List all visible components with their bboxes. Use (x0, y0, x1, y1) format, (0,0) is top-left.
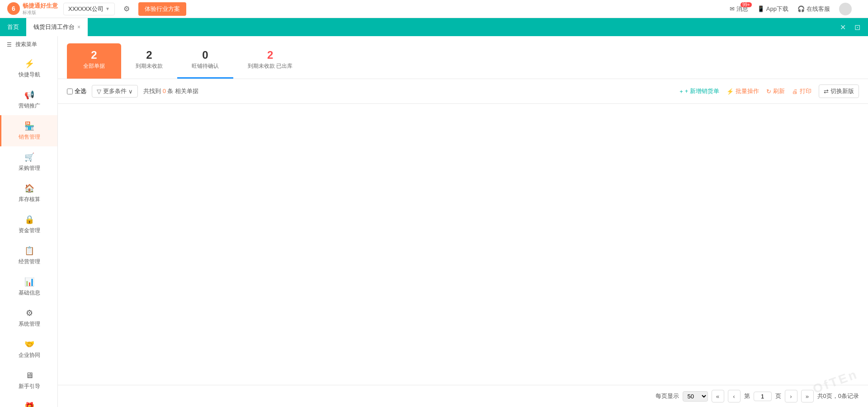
trial-button[interactable]: 体验行业方案 (138, 2, 186, 16)
header-left: 6 畅捷通好生意 标准版 XXXXXX公司 ▼ ⚙ 体验行业方案 (7, 2, 186, 16)
sidebar-item-app-center[interactable]: 🎁 应用中心 (0, 396, 57, 407)
tab-active[interactable]: 钱货日清工作台 × (26, 18, 88, 36)
last-page-button[interactable]: » (801, 390, 814, 402)
stat-card-all[interactable]: 2 全部单据 (67, 43, 121, 79)
settings-button[interactable]: ⚙ (120, 3, 133, 15)
system-icon: ⚙ (24, 308, 35, 318)
gear-icon: ⚙ (123, 5, 130, 13)
online-service-button[interactable]: 🎧 在线客服 (797, 5, 830, 13)
header-right: ✉ 消息 99+ 📱 App下载 🎧 在线客服 (730, 3, 861, 15)
avatar-image (839, 3, 852, 15)
checkbox-input[interactable] (67, 89, 73, 94)
chevron-down-icon: ▼ (105, 6, 110, 11)
app-center-icon: 🎁 (24, 401, 35, 407)
cooperation-icon: 🤝 (24, 339, 35, 350)
stats-cards: 2 全部单据 2 到期未收款 0 旺铺待确认 2 到期未收款 已出库 (67, 43, 859, 79)
table-area (58, 104, 868, 385)
prev-page-button[interactable]: ‹ (728, 390, 741, 402)
top-header: 6 畅捷通好生意 标准版 XXXXXX公司 ▼ ⚙ 体验行业方案 ✉ 消息 99… (0, 0, 868, 18)
content-area: 2 全部单据 2 到期未收款 0 旺铺待确认 2 到期未收款 已出库 (58, 36, 868, 407)
next-page-button[interactable]: › (785, 390, 797, 402)
company-selector[interactable]: XXXXXX公司 ▼ (63, 3, 115, 15)
sidebar-item-marketing[interactable]: 📢 营销推广 (0, 84, 57, 115)
inventory-icon: 🏠 (24, 183, 35, 194)
add-sales-order-button[interactable]: + + 新增销货单 (679, 87, 719, 95)
sidebar-item-inventory[interactable]: 🏠 库存核算 (0, 178, 57, 209)
download-icon: 📱 (757, 5, 764, 12)
plus-icon: + (679, 88, 683, 95)
stat-card-overdue[interactable]: 2 到期未收款 (121, 43, 177, 79)
page-number-input[interactable] (754, 392, 772, 401)
sidebar-search[interactable]: ☰ 搜索菜单 (0, 36, 57, 53)
message-icon: ✉ (730, 5, 735, 12)
tab-home[interactable]: 首页 (0, 18, 26, 36)
refresh-button[interactable]: ↻ 刷新 (766, 87, 785, 95)
chevron-down-icon: ∨ (128, 88, 133, 95)
sidebar-item-quick-nav[interactable]: ⚡ 快捷导航 (0, 53, 57, 84)
batch-operation-button[interactable]: ⚡ 批量操作 (726, 87, 759, 95)
logo-icon: 6 (7, 2, 20, 15)
filter-button[interactable]: ▽ 更多条件 ∨ (92, 85, 138, 98)
stat-card-pending[interactable]: 0 旺铺待确认 (177, 43, 233, 79)
toolbar-info: 共找到 0 条 相关单据 (143, 87, 198, 95)
stats-section: 2 全部单据 2 到期未收款 0 旺铺待确认 2 到期未收款 已出库 (58, 36, 868, 79)
sidebar-item-guide[interactable]: 🖥 新手引导 (0, 365, 57, 396)
basic-info-icon: 📊 (24, 276, 35, 287)
logo-area: 6 畅捷通好生意 标准版 (7, 2, 58, 16)
tab-bar-actions: ✕ ⊡ (837, 22, 868, 33)
search-icon: ☰ (7, 42, 12, 48)
tab-bar: 首页 钱货日清工作台 × ✕ ⊡ (0, 18, 868, 36)
print-button[interactable]: 🖨 打印 (792, 87, 811, 95)
stat-card-overdue-out[interactable]: 2 到期未收款 已出库 (233, 43, 307, 79)
quick-nav-icon: ⚡ (24, 58, 35, 69)
service-icon: 🎧 (797, 5, 805, 12)
capital-icon: 🔒 (24, 214, 35, 225)
sidebar-item-basic-info[interactable]: 📊 基础信息 (0, 271, 57, 302)
sidebar-item-cooperation[interactable]: 🤝 企业协同 (0, 333, 57, 365)
filter-icon: ▽ (97, 88, 101, 95)
app-download-button[interactable]: 📱 App下载 (757, 5, 788, 13)
switch-version-button[interactable]: ⇄ 切换新版 (819, 84, 859, 98)
toolbar: 全选 ▽ 更多条件 ∨ 共找到 0 条 相关单据 + + 新增销货单 ⚡ (58, 79, 868, 104)
sidebar-item-capital[interactable]: 🔒 资金管理 (0, 209, 57, 240)
tab-minimize-button[interactable]: ✕ (837, 22, 848, 33)
toolbar-right: + + 新增销货单 ⚡ 批量操作 ↻ 刷新 🖨 打印 ⇄ 切换新版 (679, 84, 859, 98)
first-page-button[interactable]: « (712, 390, 724, 402)
marketing-icon: 📢 (24, 89, 35, 100)
operation-icon: 📋 (24, 245, 35, 256)
sidebar-item-operation[interactable]: 📋 经营管理 (0, 240, 57, 271)
purchase-icon: 🛒 (24, 152, 35, 163)
batch-icon: ⚡ (726, 88, 734, 95)
sidebar: ☰ 搜索菜单 ⚡ 快捷导航 📢 营销推广 🏪 销售管理 🛒 采购管理 🏠 库存核… (0, 36, 58, 407)
print-icon: 🖨 (792, 88, 798, 95)
logo-text: 畅捷通好生意 标准版 (23, 2, 58, 16)
refresh-icon: ↻ (766, 88, 771, 95)
pagination-bar: 每页显示 50 10 20 100 « ‹ 第 页 › » 共0页，0条记录 (58, 385, 868, 407)
guide-icon: 🖥 (24, 370, 35, 381)
total-info: 共0页，0条记录 (817, 392, 859, 400)
page-size-select[interactable]: 50 10 20 100 (683, 391, 708, 402)
sidebar-item-system[interactable]: ⚙ 系统管理 (0, 302, 57, 333)
sidebar-item-sales[interactable]: 🏪 销售管理 (0, 115, 57, 146)
select-all-checkbox[interactable]: 全选 (67, 87, 86, 95)
tab-close-icon[interactable]: × (77, 24, 80, 30)
messages-button[interactable]: ✉ 消息 99+ (730, 5, 748, 13)
switch-icon: ⇄ (824, 88, 829, 95)
sidebar-item-purchase[interactable]: 🛒 采购管理 (0, 146, 57, 178)
user-avatar[interactable] (839, 3, 852, 15)
tab-maximize-button[interactable]: ⊡ (852, 22, 863, 33)
sales-icon: 🏪 (24, 121, 35, 131)
main-layout: ☰ 搜索菜单 ⚡ 快捷导航 📢 营销推广 🏪 销售管理 🛒 采购管理 🏠 库存核… (0, 36, 868, 407)
messages-badge: 99+ (741, 2, 752, 7)
